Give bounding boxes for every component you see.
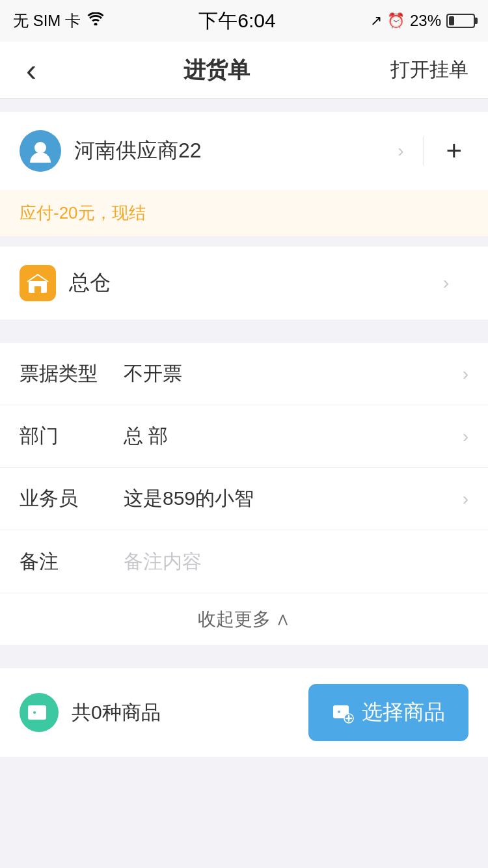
collapse-button[interactable]: 收起更多 ∧: [0, 593, 488, 645]
salesperson-row[interactable]: 业务员 这是859的小智 ›: [0, 468, 488, 530]
svg-point-4: [33, 711, 36, 714]
salesperson-value: 这是859的小智: [111, 485, 463, 512]
salesperson-label: 业务员: [20, 485, 111, 512]
svg-point-0: [34, 142, 46, 154]
select-product-icon: [332, 701, 354, 724]
back-button[interactable]: ‹: [20, 46, 43, 94]
select-product-label: 选择商品: [362, 698, 445, 727]
location-icon: ↗: [370, 12, 382, 29]
supplier-avatar: [20, 130, 61, 172]
status-time: 下午6:04: [198, 8, 275, 34]
department-chevron-icon: ›: [463, 426, 468, 447]
warehouse-icon: [20, 265, 56, 301]
notice-text: 应付-20元，现结: [20, 203, 146, 223]
warehouse-name: 总仓: [69, 269, 443, 297]
warehouse-chevron-icon: ›: [443, 273, 449, 293]
remark-input[interactable]: 备注内容: [111, 549, 468, 575]
battery-icon: [446, 14, 475, 28]
bottom-bar: 共0种商品 选择商品: [0, 668, 488, 757]
invoice-type-value: 不开票: [111, 360, 463, 387]
open-pending-button[interactable]: 打开挂单: [390, 57, 468, 83]
svg-rect-3: [28, 705, 46, 720]
section-divider-4: [0, 645, 488, 655]
product-count-text: 共0种商品: [72, 699, 295, 726]
carrier-text: 无 SIM 卡: [13, 10, 81, 31]
alarm-icon: ⏰: [387, 12, 405, 29]
remark-row[interactable]: 备注 备注内容: [0, 530, 488, 593]
warehouse-row[interactable]: 总仓 ›: [0, 247, 488, 319]
department-row[interactable]: 部门 总 部 ›: [0, 405, 488, 468]
collapse-label: 收起更多 ∧: [198, 607, 291, 632]
status-left: 无 SIM 卡: [13, 10, 104, 31]
wifi-icon: [87, 12, 104, 29]
invoice-type-chevron-icon: ›: [463, 364, 468, 385]
nav-bar: ‹ 进货单 打开挂单: [0, 42, 488, 99]
supplier-divider: [423, 137, 424, 165]
svg-rect-2: [34, 286, 41, 293]
supplier-row[interactable]: 河南供应商22 › +: [0, 112, 488, 190]
warehouse-section: 总仓 ›: [0, 247, 488, 319]
product-cart-icon: [20, 693, 59, 732]
supplier-chevron-icon: ›: [398, 141, 403, 161]
select-product-button[interactable]: 选择商品: [308, 684, 468, 741]
battery-text: 23%: [410, 12, 441, 30]
notice-banner: 应付-20元，现结: [0, 190, 488, 236]
svg-point-6: [338, 711, 340, 713]
department-label: 部门: [20, 423, 111, 450]
invoice-type-label: 票据类型: [20, 360, 111, 387]
status-bar: 无 SIM 卡 下午6:04 ↗ ⏰ 23%: [0, 0, 488, 42]
department-value: 总 部: [111, 423, 463, 450]
supplier-section: 河南供应商22 › + 应付-20元，现结: [0, 112, 488, 236]
remark-label: 备注: [20, 549, 111, 575]
invoice-type-row[interactable]: 票据类型 不开票 ›: [0, 343, 488, 405]
status-right: ↗ ⏰ 23%: [370, 12, 475, 30]
salesperson-chevron-icon: ›: [463, 489, 468, 509]
section-divider-2: [0, 236, 488, 247]
form-section: 票据类型 不开票 › 部门 总 部 › 业务员 这是859的小智 › 备注 备注…: [0, 343, 488, 645]
supplier-name: 河南供应商22: [74, 137, 398, 165]
section-divider-3: [0, 319, 488, 330]
page-title: 进货单: [183, 55, 250, 85]
section-divider-top: [0, 99, 488, 112]
add-supplier-button[interactable]: +: [439, 135, 468, 167]
